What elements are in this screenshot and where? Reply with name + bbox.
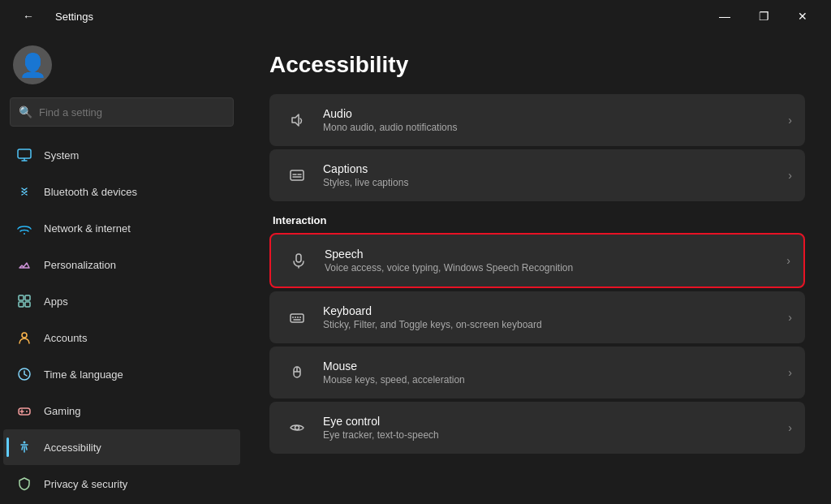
setting-card-desc-captions: Styles, live captions — [323, 177, 788, 188]
nav-items: SystemBluetooth & devicesNetwork & inter… — [0, 136, 243, 504]
sidebar-item-label-personalization: Personalization — [44, 259, 116, 271]
app-body: 👤 🔍 SystemBluetooth & devicesNetwork & i… — [0, 32, 831, 504]
svg-rect-0 — [18, 149, 31, 158]
setting-card-title-speech: Speech — [325, 248, 786, 261]
sidebar-item-label-network: Network & internet — [44, 222, 131, 235]
setting-card-title-keyboard: Keyboard — [323, 304, 788, 317]
keyboard-icon — [282, 303, 312, 332]
system-icon — [16, 147, 32, 163]
close-button[interactable]: ✕ — [784, 3, 821, 29]
chevron-right-icon: › — [788, 366, 792, 379]
svg-rect-23 — [291, 314, 304, 322]
sidebar-item-time[interactable]: Time & language — [3, 356, 240, 392]
svg-marker-16 — [292, 114, 299, 126]
sidebar-item-label-apps: Apps — [44, 295, 68, 308]
svg-rect-6 — [19, 302, 24, 307]
page-title: Accessibility — [269, 52, 805, 78]
setting-card-title-eye-control: Eye control — [323, 415, 788, 428]
avatar-icon: 👤 — [19, 52, 47, 79]
setting-card-speech[interactable]: SpeechVoice access, voice typing, Window… — [269, 233, 805, 288]
titlebar-controls: — ❐ ✕ — [706, 3, 821, 29]
setting-card-desc-speech: Voice access, voice typing, Windows Spee… — [325, 262, 786, 274]
sidebar-item-label-system: System — [44, 149, 79, 162]
app-title: Settings — [55, 11, 93, 23]
setting-card-title-audio: Audio — [323, 107, 788, 120]
search-box[interactable]: 🔍 — [10, 97, 234, 127]
minimize-button[interactable]: — — [706, 3, 743, 29]
search-icon: 🔍 — [19, 106, 32, 118]
svg-rect-21 — [296, 254, 301, 262]
section-label: Interaction — [273, 214, 805, 226]
captions-icon — [282, 161, 312, 190]
svg-rect-7 — [25, 302, 30, 307]
setting-card-keyboard[interactable]: KeyboardSticky, Filter, and Toggle keys,… — [269, 291, 805, 343]
svg-point-32 — [295, 426, 299, 430]
user-profile[interactable]: 👤 — [0, 32, 243, 94]
titlebar-left: ← Settings — [10, 3, 93, 29]
sidebar-item-personalization[interactable]: Personalization — [3, 247, 240, 282]
svg-rect-4 — [19, 295, 24, 300]
time-icon — [16, 366, 32, 382]
setting-card-mouse[interactable]: MouseMouse keys, speed, acceleration› — [269, 347, 805, 398]
sections-container: AudioMono audio, audio notifications›Cap… — [269, 94, 805, 454]
audio-icon — [282, 106, 312, 135]
sidebar-item-label-accessibility: Accessibility — [44, 442, 101, 454]
maximize-button[interactable]: ❐ — [745, 3, 782, 29]
chevron-right-icon: › — [788, 114, 792, 127]
sidebar-item-label-privacy: Privacy & security — [44, 478, 127, 490]
sidebar-item-label-bluetooth: Bluetooth & devices — [44, 186, 137, 198]
setting-card-text-speech: SpeechVoice access, voice typing, Window… — [325, 248, 786, 274]
avatar: 👤 — [13, 45, 52, 84]
sidebar-item-bluetooth[interactable]: Bluetooth & devices — [3, 174, 240, 209]
network-icon — [16, 220, 32, 236]
svg-point-14 — [24, 442, 26, 444]
back-button[interactable]: ← — [10, 3, 47, 29]
apps-icon — [16, 293, 32, 309]
search-container: 🔍 — [0, 94, 243, 136]
setting-card-desc-mouse: Mouse keys, speed, acceleration — [323, 374, 788, 386]
setting-card-audio[interactable]: AudioMono audio, audio notifications› — [269, 94, 805, 146]
setting-card-eye-control[interactable]: Eye controlEye tracker, text-to-speech› — [269, 402, 805, 454]
setting-card-text-keyboard: KeyboardSticky, Filter, and Toggle keys,… — [323, 304, 788, 330]
setting-card-text-eye-control: Eye controlEye tracker, text-to-speech — [323, 415, 788, 441]
svg-point-8 — [22, 333, 27, 338]
svg-rect-17 — [291, 170, 304, 180]
setting-card-title-captions: Captions — [323, 162, 788, 175]
chevron-right-icon: › — [788, 311, 792, 324]
sidebar-item-network[interactable]: Network & internet — [3, 210, 240, 246]
setting-card-captions[interactable]: CaptionsStyles, live captions› — [269, 149, 805, 201]
sidebar-item-label-time: Time & language — [44, 368, 123, 381]
privacy-icon — [16, 476, 32, 492]
gaming-icon — [16, 403, 32, 419]
setting-card-text-mouse: MouseMouse keys, speed, acceleration — [323, 360, 788, 386]
setting-card-desc-keyboard: Sticky, Filter, and Toggle keys, on-scre… — [323, 319, 788, 330]
sidebar-item-system[interactable]: System — [3, 137, 240, 173]
setting-card-text-captions: CaptionsStyles, live captions — [323, 162, 788, 188]
speech-icon — [284, 246, 313, 275]
sidebar-item-label-gaming: Gaming — [44, 405, 81, 417]
setting-card-desc-audio: Mono audio, audio notifications — [323, 122, 788, 133]
accessibility-icon — [16, 439, 32, 455]
setting-card-desc-eye-control: Eye tracker, text-to-speech — [323, 429, 788, 441]
personalization-icon — [16, 256, 32, 273]
sidebar-item-apps[interactable]: Apps — [3, 283, 240, 319]
chevron-right-icon: › — [788, 169, 792, 182]
sidebar-item-gaming[interactable]: Gaming — [3, 393, 240, 429]
sidebar-item-accessibility[interactable]: Accessibility — [3, 429, 240, 465]
chevron-right-icon: › — [786, 254, 790, 267]
sidebar-item-accounts[interactable]: Accounts — [3, 320, 240, 355]
sidebar: 👤 🔍 SystemBluetooth & devicesNetwork & i… — [0, 32, 243, 504]
bluetooth-icon — [16, 183, 32, 200]
search-input[interactable] — [39, 106, 225, 118]
sidebar-item-label-accounts: Accounts — [44, 332, 87, 344]
eye-control-icon — [282, 413, 312, 442]
svg-rect-5 — [25, 295, 30, 300]
chevron-right-icon: › — [788, 421, 792, 434]
sidebar-item-privacy[interactable]: Privacy & security — [3, 466, 240, 502]
titlebar: ← Settings — ❐ ✕ — [0, 0, 831, 32]
svg-point-13 — [26, 411, 28, 412]
setting-card-title-mouse: Mouse — [323, 360, 788, 373]
svg-point-3 — [24, 233, 25, 235]
mouse-icon — [282, 358, 312, 387]
main-content: Accessibility AudioMono audio, audio not… — [243, 32, 831, 504]
